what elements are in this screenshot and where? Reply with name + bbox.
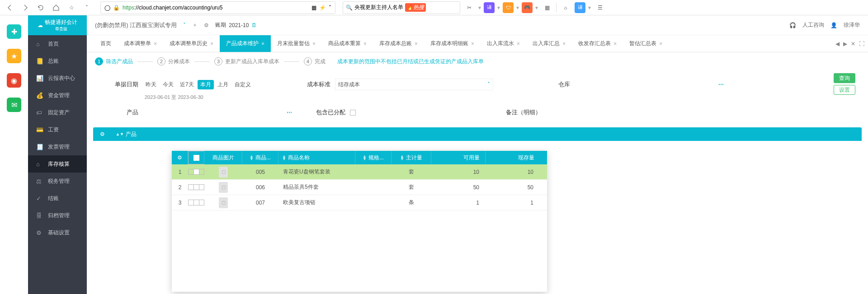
sidebar-item-11[interactable]: ⚙基础设置 <box>28 224 87 241</box>
date-option-3[interactable]: 本月 <box>198 80 214 89</box>
step-1[interactable]: 2分摊成本 <box>157 57 190 65</box>
sidebar-item-3[interactable]: 💰资金管理 <box>28 87 87 104</box>
gear-column-icon[interactable]: ⚙ <box>93 131 111 137</box>
back-icon[interactable] <box>4 1 16 14</box>
tabs-next-icon[interactable]: ▶ <box>843 41 847 47</box>
date-option-5[interactable]: 自定义 <box>232 80 254 89</box>
browser-search[interactable]: 🔍 央视更新主持人名单 🔥热搜 <box>343 1 460 14</box>
sidebar-item-1[interactable]: 📒总账 <box>28 52 87 70</box>
tab-close-icon[interactable]: × <box>562 41 566 47</box>
tab-close-icon[interactable]: × <box>415 41 418 47</box>
sidebar-item-5[interactable]: 💳工资 <box>28 121 87 138</box>
col-image[interactable]: 商品图片 <box>204 151 242 164</box>
url-dropdown-icon[interactable]: ˅ <box>329 5 331 11</box>
ext-translate-right[interactable]: 译 <box>575 2 585 13</box>
col-stock[interactable]: 现存量 <box>486 151 540 164</box>
org-selector[interactable]: (勿删勿禁用) 江西服宝测试专用 <box>95 21 177 29</box>
tab-1[interactable]: 成本调整单× <box>118 35 163 52</box>
warehouse-select[interactable] <box>575 79 710 90</box>
tab-close-icon[interactable]: × <box>613 41 617 47</box>
qr-icon[interactable]: ▦ <box>311 5 316 11</box>
tab-3[interactable]: 产品成本维护× <box>220 35 271 52</box>
tab-close-icon[interactable]: × <box>517 41 520 47</box>
address-bar[interactable]: ◯ 🔒 https://cloud.chanjet.com/accounting… <box>100 1 335 14</box>
tab-6[interactable]: 库存成本总账× <box>373 35 424 52</box>
date-option-2[interactable]: 近7天 <box>177 80 197 89</box>
org-dropdown-icon[interactable]: ˅ <box>183 22 186 28</box>
tab-9[interactable]: 出入库汇总× <box>526 35 572 52</box>
row-checkbox[interactable] <box>188 169 204 175</box>
tab-close-icon[interactable]: × <box>363 41 367 47</box>
col-code[interactable]: ▲▼商品... <box>242 151 278 164</box>
sidebar-item-7[interactable]: ⌂库存核算 <box>28 155 87 173</box>
sidebar-item-9[interactable]: ✓结账 <box>28 190 87 207</box>
product-row[interactable]: 1▢005青花瓷U盘钢笔套装套1010 <box>172 164 547 180</box>
tabs-prev-icon[interactable]: ◀ <box>835 41 840 47</box>
row-checkbox[interactable] <box>188 184 204 190</box>
apps-icon[interactable]: ▦ <box>541 1 553 14</box>
step-0[interactable]: 1筛选产成品 <box>95 57 133 65</box>
sidebar-item-0[interactable]: ⌂首页 <box>28 35 87 52</box>
ext-game[interactable]: 🎮 <box>522 2 533 13</box>
product-row[interactable]: 3▢007欧美复古项链条11 <box>172 195 547 210</box>
include-allocated-checkbox[interactable] <box>350 110 356 116</box>
product-row[interactable]: 2▢006精品茶具5件套套5050 <box>172 180 547 195</box>
tab-close-icon[interactable]: × <box>659 41 662 47</box>
col-product[interactable]: ▲▼产品 <box>111 131 141 138</box>
tab-0[interactable]: 首页 <box>94 35 118 52</box>
col-available[interactable]: 可用量 <box>431 151 486 164</box>
col-unit[interactable]: ▲▼主计量 <box>392 151 431 164</box>
sidebar-item-10[interactable]: 🗄归档管理 <box>28 207 87 224</box>
tab-close-icon[interactable]: × <box>261 41 264 47</box>
dropdown-icon[interactable]: ˅ <box>80 1 93 14</box>
bolt-icon[interactable]: ⚡ <box>319 5 326 11</box>
tab-close-icon[interactable]: × <box>471 41 474 47</box>
tab-10[interactable]: 收发存汇总表× <box>572 35 623 52</box>
gear-icon[interactable]: ⚙ <box>204 22 209 28</box>
ext-translate[interactable]: 译 <box>484 2 495 13</box>
add-icon[interactable]: ＋ <box>192 21 198 29</box>
home-icon[interactable] <box>50 1 62 14</box>
user-avatar-icon[interactable]: 👤 <box>830 22 837 28</box>
ext-orange[interactable]: 🛡 <box>503 2 514 13</box>
date-option-1[interactable]: 今天 <box>160 80 176 89</box>
row-checkbox[interactable] <box>188 200 204 205</box>
tab-2[interactable]: 成本调整单历史× <box>163 35 220 52</box>
product-select[interactable] <box>143 107 278 118</box>
favorite-icon[interactable]: ☆ <box>65 1 78 14</box>
date-option-4[interactable]: 上月 <box>215 80 231 89</box>
tab-close-icon[interactable]: × <box>154 41 157 47</box>
col-spec[interactable]: ▲▼规格... <box>355 151 392 164</box>
tab-7[interactable]: 库存成本明细账× <box>424 35 481 52</box>
tab-close-icon[interactable]: × <box>210 41 213 47</box>
tabs-close-icon[interactable]: ✕ <box>851 41 855 47</box>
step-2[interactable]: 3更新产成品入库单成本 <box>214 57 279 65</box>
ext-dropdown-icon[interactable]: ▾ <box>478 5 481 11</box>
forward-icon[interactable] <box>19 1 32 14</box>
date-option-0[interactable]: 昨天 <box>143 80 159 89</box>
popup-gear-icon[interactable]: ⚙ <box>172 151 188 164</box>
scissors-icon[interactable]: ✂ <box>463 1 476 14</box>
sidebar-item-8[interactable]: ⚖税务管理 <box>28 173 87 190</box>
popup-select-all[interactable] <box>188 151 204 164</box>
dock-app-1[interactable]: ✚ <box>7 24 21 39</box>
cost-select[interactable]: 结存成本 ˅ <box>335 79 493 90</box>
settings-button[interactable]: 设置 <box>834 85 855 95</box>
row-thumb[interactable]: ▢ <box>204 197 242 208</box>
product-more-icon[interactable]: ⋯ <box>283 109 296 116</box>
brightness-icon[interactable]: ☼ <box>559 1 572 14</box>
period-picker[interactable]: 账期 2021-10 🗓 <box>215 21 257 29</box>
tabs-expand-icon[interactable]: ⛶ <box>859 41 864 47</box>
reload-icon[interactable] <box>34 1 47 14</box>
user-name[interactable]: 徐泽华 <box>844 21 860 29</box>
dock-app-2[interactable]: ★ <box>7 49 21 63</box>
query-button[interactable]: 查询 <box>834 73 855 83</box>
sidebar-item-6[interactable]: 🧾发票管理 <box>28 138 87 155</box>
dock-app-4[interactable]: ✉ <box>7 98 21 112</box>
col-name[interactable]: ▲▼商品名称 <box>278 151 355 164</box>
tab-11[interactable]: 暂估汇总表× <box>623 35 669 52</box>
sidebar-item-2[interactable]: 📊云报表中心 <box>28 70 87 87</box>
sidebar-item-4[interactable]: 🏷固定资产 <box>28 104 87 121</box>
app-logo[interactable]: ☁ 畅捷通好会计 尊贵版 <box>28 15 87 35</box>
step-3[interactable]: 4完成 <box>304 57 326 65</box>
